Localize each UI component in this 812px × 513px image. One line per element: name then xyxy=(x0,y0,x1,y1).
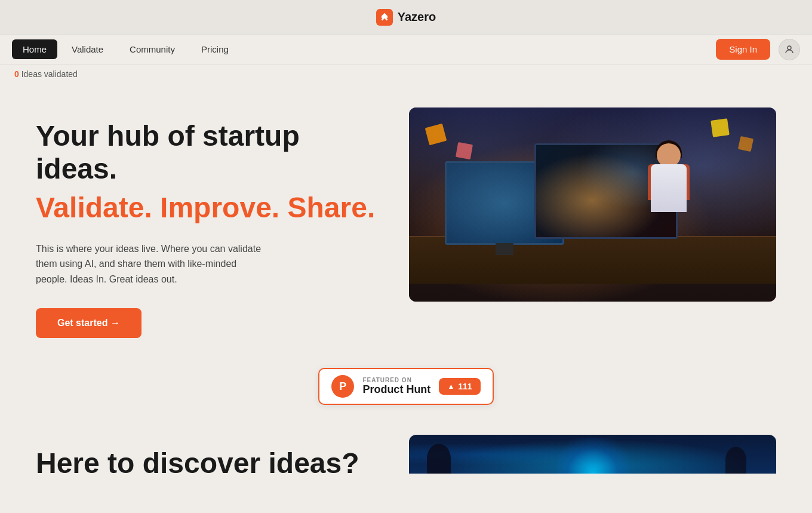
bottom-section: Here to discover ideas? xyxy=(0,423,812,480)
bottom-image xyxy=(409,435,776,474)
logo-svg xyxy=(379,12,390,23)
logo-area: Yazero xyxy=(376,9,436,26)
user-icon-button[interactable] xyxy=(779,39,800,60)
ph-featured-label: FEATURED ON xyxy=(362,377,430,383)
hero-image-inner xyxy=(409,107,776,302)
crystal-glow xyxy=(557,438,629,474)
hero-image xyxy=(409,107,776,302)
bottom-left: Here to discover ideas? xyxy=(36,435,385,480)
logo-icon xyxy=(376,9,393,26)
ph-title: Product Hunt xyxy=(362,383,430,396)
dark-figure-1 xyxy=(427,444,451,474)
nav-pricing[interactable]: Pricing xyxy=(189,39,241,59)
sticky-note-2 xyxy=(456,142,473,159)
nav-validate[interactable]: Validate xyxy=(60,39,115,59)
product-hunt-info: FEATURED ON Product Hunt xyxy=(362,377,430,396)
navbar: Home Validate Community Pricing Sign In xyxy=(0,35,812,64)
char-head xyxy=(657,143,681,167)
product-hunt-logo: P xyxy=(331,375,354,398)
product-hunt-votes: ▲ 111 xyxy=(439,378,480,395)
product-hunt-area: P FEATURED ON Product Hunt ▲ 111 xyxy=(0,350,812,423)
sticky-note-1 xyxy=(425,124,447,146)
logo-text: Yazero xyxy=(398,10,436,24)
ph-arrow: ▲ xyxy=(447,382,454,391)
sticky-note-3 xyxy=(710,118,730,137)
counter-bar: 0 Ideas validated xyxy=(0,64,812,84)
top-bar: Yazero xyxy=(0,0,812,35)
hero-description: This is where your ideas live. Where you… xyxy=(36,241,263,287)
product-hunt-badge[interactable]: P FEATURED ON Product Hunt ▲ 111 xyxy=(318,368,493,405)
ph-vote-count: 111 xyxy=(458,382,472,391)
hero-right xyxy=(409,107,776,302)
bottom-right xyxy=(409,435,776,474)
char-body xyxy=(651,164,687,212)
nav-home[interactable]: Home xyxy=(12,39,57,59)
bottom-image-inner xyxy=(409,435,776,474)
counter-label: Ideas validated xyxy=(21,69,78,79)
get-started-button[interactable]: Get started → xyxy=(36,308,142,338)
nav-community[interactable]: Community xyxy=(118,39,187,59)
hero-section: Your hub of startup ideas. Validate. Imp… xyxy=(0,84,812,350)
svg-point-0 xyxy=(788,46,791,50)
hero-left: Your hub of startup ideas. Validate. Imp… xyxy=(36,107,385,338)
sign-in-button[interactable]: Sign In xyxy=(716,39,770,60)
hero-title: Your hub of startup ideas. xyxy=(36,119,385,185)
dark-figure-2 xyxy=(725,447,746,474)
bottom-title: Here to discover ideas? xyxy=(36,447,385,480)
sticky-note-4 xyxy=(738,136,753,152)
hero-subtitle: Validate. Improve. Share. xyxy=(36,191,385,224)
character xyxy=(633,143,705,251)
user-icon xyxy=(784,44,795,55)
counter-number: 0 xyxy=(14,69,19,79)
